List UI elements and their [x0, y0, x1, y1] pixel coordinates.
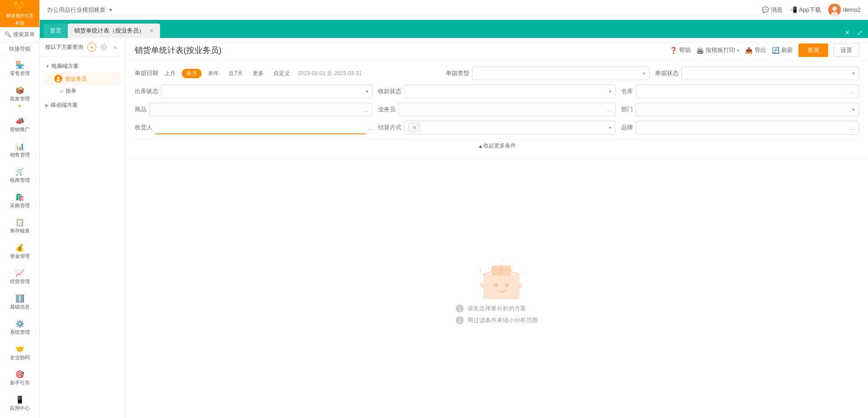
scheme-by-salesperson[interactable]: 按业务员 — [43, 72, 122, 85]
breadcrumb-dropdown[interactable]: ▾ — [109, 7, 112, 13]
collapse-label: 收起更多条件 — [483, 142, 516, 150]
payment-method-select[interactable]: ✕ ▾ — [404, 121, 616, 134]
export-btn[interactable]: 📤 导出 — [745, 46, 766, 54]
payment-status-select[interactable]: ▾ — [404, 85, 616, 98]
collapse-icon: « — [113, 43, 117, 51]
operations-icon: 📈 — [15, 269, 24, 277]
svg-text:✦: ✦ — [479, 268, 482, 273]
add-scheme-btn[interactable]: + — [87, 43, 96, 52]
date-tab-7days[interactable]: 近7天 — [225, 69, 246, 78]
sidebar-item-weixin[interactable]: 💬 企业微信 — [0, 416, 39, 418]
doc-status-select[interactable]: ▾ — [681, 66, 859, 80]
collapse-filter-btn[interactable]: ▲ 收起更多条件 — [135, 139, 859, 152]
sidebar-item-basic[interactable]: ℹ️ 基础信息 — [0, 290, 39, 315]
warehouse-select[interactable]: ... — [636, 85, 859, 98]
help-btn[interactable]: ❓ 帮助 — [670, 46, 691, 54]
sidebar-quick-nav[interactable]: 快捷导航 — [0, 43, 39, 56]
app-download-btn[interactable]: 📲 App下载 — [790, 6, 821, 14]
sidebar-item-enterprise[interactable]: 🤝 企业协同 — [0, 340, 39, 366]
filter-row-1: 单据日期 上月 本月 本年 近7天 更多 自定义 2023-03-01 至 20… — [135, 66, 859, 80]
stock-label: 库存核算 — [10, 228, 30, 234]
filter-goods: 商品 ... — [135, 103, 373, 116]
query-button[interactable]: 查询 — [798, 43, 828, 57]
date-range-display: 2023-03-01 至 2023-03-31 — [298, 70, 362, 77]
sidebar-search[interactable]: 🔍 搜索菜单 — [0, 27, 39, 43]
brand-select[interactable]: ... — [636, 121, 859, 134]
consignee-input[interactable] — [155, 121, 366, 134]
sidebar-item-apps[interactable]: 📱 应用中心 — [0, 391, 39, 416]
filter-department: 部门 ▾ — [621, 103, 859, 116]
sidebar-item-system[interactable]: ⚙️ 系统管理 — [0, 315, 39, 340]
logo-subtitle: 标版 — [15, 20, 24, 26]
main-content: 办公用品行业模拟账套 ▾ 💬 消息 📲 App下载 de — [40, 0, 868, 418]
goods-select[interactable]: ... — [149, 103, 373, 116]
svg-text:✎: ✎ — [102, 45, 105, 50]
mobile-scheme-header[interactable]: ▶ 移动端方案 — [43, 99, 122, 111]
filter-payment-status: 收款状态 ▾ — [378, 85, 616, 98]
sidebar-item-finance[interactable]: 💰 资金管理 — [0, 239, 39, 264]
page-header: 销货单统计表(按业务员) ❓ 帮助 🖨️ 按模板打印 ▾ 📤 导出 — [126, 38, 868, 61]
order-scheme-icon: ≡ — [60, 88, 63, 95]
salesperson-select[interactable]: ... — [398, 103, 616, 116]
date-tab-this-month[interactable]: 本月 — [182, 69, 202, 78]
sidebar-item-sales[interactable]: 📊 销售管理 — [0, 138, 39, 163]
scheme-by-order[interactable]: ≡ 按单 — [43, 85, 122, 97]
collapse-panel-btn[interactable]: « — [111, 43, 120, 52]
enterprise-label: 企业协同 — [10, 354, 30, 361]
scheme-tree: ▼ 电脑端方案 按业务员 ≡ 按单 — [40, 57, 125, 418]
user-profile[interactable]: demo2 — [828, 4, 861, 16]
sidebar-item-newbie[interactable]: 🎯 新手引导 — [0, 366, 39, 391]
tab-home[interactable]: 首页 — [43, 24, 68, 38]
date-tab-this-year[interactable]: 本年 — [204, 69, 222, 78]
sidebar-item-purchase[interactable]: 🛍️ 采购管理 — [0, 188, 39, 214]
sidebar-item-retail[interactable]: 🏪 零售管理 — [0, 56, 39, 81]
topbar-left: 办公用品行业模拟账套 ▾ — [47, 6, 112, 14]
refresh-btn[interactable]: 🔄 刷新 — [772, 46, 793, 54]
print-label: 按模板打印 — [706, 46, 735, 54]
consignee-label: 收货人 — [135, 124, 152, 132]
person-icon — [56, 76, 61, 81]
sidebar-item-stock[interactable]: 📋 库存核算 — [0, 214, 39, 239]
department-control: ▾ — [636, 103, 859, 116]
message-btn[interactable]: 💬 消息 — [762, 6, 783, 14]
department-select[interactable]: ▾ — [636, 103, 859, 116]
enterprise-icon: 🤝 — [15, 345, 24, 353]
expand-icon: ▼ — [45, 64, 50, 69]
hint-text-2: 用过滤条件来缩小分析范围 — [467, 316, 538, 324]
doc-type-select[interactable]: ▾ — [472, 66, 650, 80]
date-tab-custom[interactable]: 自定义 — [270, 69, 293, 78]
consignee-more-btn[interactable]: ... — [368, 124, 373, 131]
tab-sales-stat[interactable]: 销货单统计表（按业务员） ✕ — [68, 24, 160, 38]
sidebar-item-marketing[interactable]: 📣 营销推广 — [0, 112, 39, 138]
edit-scheme-btn[interactable]: ✎ — [99, 43, 108, 52]
date-tab-more[interactable]: 更多 — [249, 69, 267, 78]
help-icon: ❓ — [670, 47, 677, 54]
tab-close-btn[interactable]: ✕ — [149, 28, 154, 34]
payment-method-clear-btn[interactable]: ✕ — [412, 124, 417, 131]
brand-more-btn[interactable]: ... — [850, 124, 855, 131]
tab-close-all-btn[interactable]: ✕ — [843, 27, 852, 38]
date-tab-last-month[interactable]: 上月 — [161, 69, 179, 78]
sidebar-item-wholesale[interactable]: 📦 批发管理 ▲ — [0, 81, 39, 112]
out-status-select[interactable]: ▾ — [161, 85, 373, 98]
desktop-scheme-header[interactable]: ▼ 电脑端方案 — [43, 60, 122, 72]
message-icon: 💬 — [762, 6, 769, 13]
search-label: 搜索菜单 — [13, 31, 35, 38]
out-status-control: ▾ — [161, 85, 373, 98]
goods-more-btn[interactable]: ... — [363, 106, 368, 113]
avatar-image — [828, 4, 841, 16]
tab-home-label: 首页 — [50, 27, 61, 35]
warehouse-more-btn[interactable]: ... — [850, 88, 855, 95]
settings-button[interactable]: 设置 — [834, 43, 859, 57]
sidebar-item-operations[interactable]: 📈 经营管理 — [0, 264, 39, 290]
user-name: demo2 — [843, 6, 861, 13]
filter-row-4: 收货人 ... 结算方式 ✕ — [135, 121, 859, 134]
salesperson-more-btn[interactable]: ... — [607, 106, 612, 113]
newbie-icon: 🎯 — [15, 370, 24, 379]
print-btn[interactable]: 🖨️ 按模板打印 ▾ — [696, 46, 740, 54]
tab-expand-btn[interactable]: ⤢ — [855, 27, 864, 38]
payment-status-control: ▾ — [404, 85, 616, 98]
sidebar-item-ecommerce[interactable]: 🛒 电商管理 — [0, 163, 39, 188]
purchase-label: 采购管理 — [10, 202, 30, 209]
payment-status-arrow: ▾ — [609, 89, 612, 95]
